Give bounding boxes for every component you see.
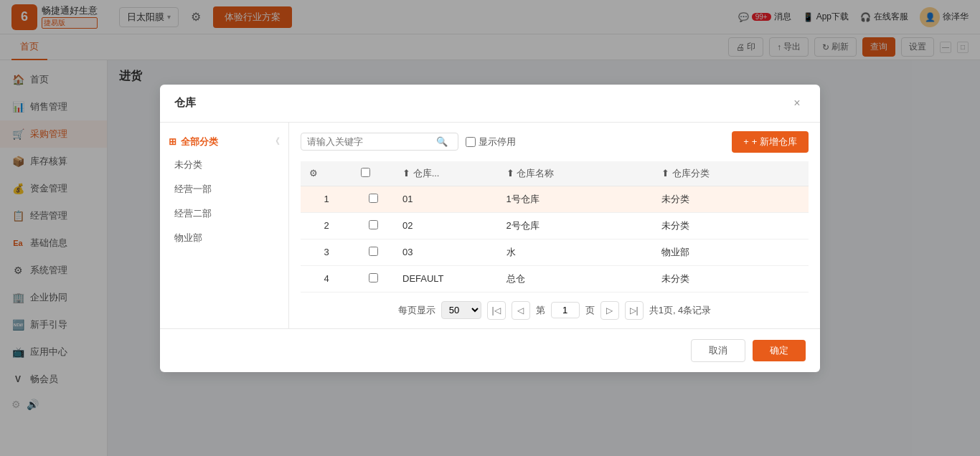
row-code-1: 01: [394, 186, 497, 212]
row-name-2: 2号仓库: [498, 212, 654, 239]
plus-icon: +: [743, 136, 749, 147]
row-name-4: 总仓: [498, 265, 654, 292]
category-item-ops1[interactable]: 经营一部: [160, 177, 288, 201]
row-cb-1[interactable]: [352, 186, 394, 212]
search-input[interactable]: [307, 136, 436, 147]
select-all-checkbox[interactable]: [361, 168, 370, 177]
row-cb-4[interactable]: [352, 265, 394, 292]
show-disabled-toggle[interactable]: 显示停用: [466, 136, 516, 148]
row-name-3: 水: [498, 239, 654, 265]
col-header-name: ⬆ 仓库名称: [498, 161, 654, 186]
row-cat-3: 物业部: [653, 239, 809, 265]
category-header: ⊞ 全部分类 《: [160, 131, 288, 153]
row-seq-2: 2: [301, 212, 352, 239]
row-cb-2[interactable]: [352, 212, 394, 239]
per-page-label: 每页显示: [398, 304, 435, 317]
table-row[interactable]: 2 02 2号仓库 未分类: [301, 212, 809, 239]
confirm-btn[interactable]: 确定: [753, 340, 806, 361]
row-cat-2: 未分类: [653, 212, 809, 239]
col-header-cb: [352, 161, 394, 186]
per-page-select[interactable]: 50 100: [441, 301, 481, 319]
page-word: 第: [536, 304, 545, 317]
modal-close-btn[interactable]: ×: [788, 95, 806, 112]
col-header-code: ⬆ 仓库...: [394, 161, 497, 186]
col-header-gear: ⚙: [301, 161, 352, 186]
pagination: 每页显示 50 100 |◁ ◁ 第 页 ▷ ▷| 共1页, 4条记录: [301, 301, 809, 320]
modal-header: 仓库 ×: [160, 85, 820, 123]
row-checkbox-2[interactable]: [369, 220, 378, 229]
total-info: 共1页, 4条记录: [649, 304, 712, 317]
last-page-btn[interactable]: ▷|: [625, 301, 644, 320]
row-cb-3[interactable]: [352, 239, 394, 265]
row-checkbox-4[interactable]: [369, 273, 378, 282]
grid-icon: ⊞: [169, 136, 176, 147]
row-code-2: 02: [394, 212, 497, 239]
first-page-btn[interactable]: |◁: [487, 301, 506, 320]
row-seq-1: 1: [301, 186, 352, 212]
category-item-ops2[interactable]: 经营二部: [160, 201, 288, 226]
row-checkbox-1[interactable]: [369, 194, 378, 203]
category-item-property[interactable]: 物业部: [160, 226, 288, 250]
row-cat-1: 未分类: [653, 186, 809, 212]
modal-footer: 取消 确定: [160, 328, 820, 372]
row-checkbox-3[interactable]: [369, 247, 378, 256]
new-warehouse-btn[interactable]: + + 新增仓库: [732, 131, 809, 153]
row-code-3: 03: [394, 239, 497, 265]
row-cat-4: 未分类: [653, 265, 809, 292]
col-header-cat: ⬆ 仓库分类: [653, 161, 809, 186]
page-unit: 页: [585, 304, 595, 317]
gear-icon: ⚙: [309, 168, 318, 179]
show-disabled-label: 显示停用: [479, 136, 516, 148]
sort-icon: ⬆: [661, 168, 669, 179]
next-page-btn[interactable]: ▷: [600, 301, 619, 320]
row-name-1: 1号仓库: [498, 186, 654, 212]
category-all-label: 全部分类: [181, 136, 218, 148]
row-seq-3: 3: [301, 239, 352, 265]
warehouse-table: ⚙ ⬆ 仓库... ⬆ 仓库名称: [301, 161, 809, 293]
sort-icon: ⬆: [402, 168, 410, 179]
prev-page-btn[interactable]: ◁: [512, 301, 530, 320]
modal-body: ⊞ 全部分类 《 未分类 经营一部 经营二部 物业部: [160, 123, 820, 328]
show-disabled-checkbox[interactable]: [466, 137, 476, 147]
table-toolbar: 🔍 显示停用 + + 新增仓库: [301, 131, 809, 153]
row-seq-4: 4: [301, 265, 352, 292]
search-box: 🔍: [301, 133, 458, 151]
search-icon[interactable]: 🔍: [436, 136, 448, 147]
table-row[interactable]: 1 01 1号仓库 未分类: [301, 186, 809, 212]
row-code-4: DEFAULT: [394, 265, 497, 292]
modal-overlay: 仓库 × ⊞ 全部分类 《 未分类 经营一部: [0, 0, 980, 456]
warehouse-modal: 仓库 × ⊞ 全部分类 《 未分类 经营一部: [160, 85, 820, 372]
category-item-unclassified[interactable]: 未分类: [160, 153, 288, 177]
cancel-btn[interactable]: 取消: [691, 339, 745, 362]
category-all-btn[interactable]: ⊞ 全部分类: [169, 136, 218, 148]
category-panel: ⊞ 全部分类 《 未分类 经营一部 经营二部 物业部: [160, 123, 289, 328]
sort-icon: ⬆: [507, 168, 514, 179]
table-panel: 🔍 显示停用 + + 新增仓库: [289, 123, 820, 328]
table-row[interactable]: 4 DEFAULT 总仓 未分类: [301, 265, 809, 292]
collapse-btn[interactable]: 《: [271, 136, 280, 148]
page-input[interactable]: [551, 302, 580, 318]
modal-title: 仓库: [174, 96, 196, 110]
table-row[interactable]: 3 03 水 物业部: [301, 239, 809, 265]
